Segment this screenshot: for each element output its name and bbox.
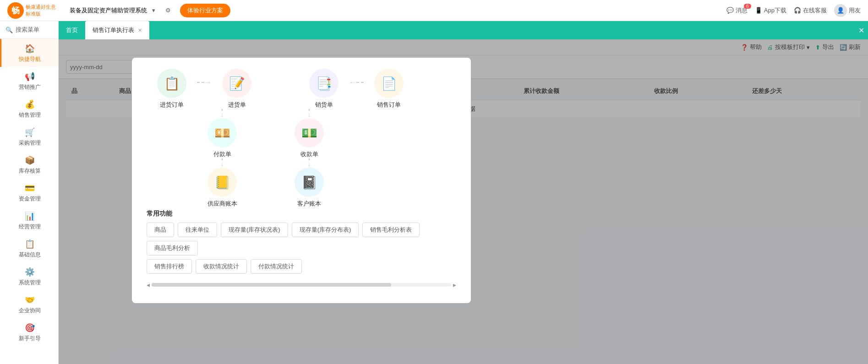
wf-node-xiaohuo-dan: 📑 销货单 xyxy=(299,69,349,109)
cf-buttons: 商品 往来单位 现存量(库存状况表) 现存量(库存分布表) 销售毛利分析表 商品… xyxy=(147,223,456,255)
sidebar: 🔍 搜索菜单 🏠 快捷导航 📢 营销推广 💰 销售管理 🛒 采购管理 📦 xyxy=(0,21,59,364)
sidebar-item-system[interactable]: ⚙️ 系统管理 xyxy=(0,262,58,290)
scrollbar-track[interactable] xyxy=(152,283,451,287)
cf-btn-sales-margin[interactable]: 销售毛利分析表 xyxy=(362,223,420,237)
settings-icon[interactable]: ⚙ xyxy=(162,4,175,17)
headset-icon: 🎧 xyxy=(794,7,801,14)
phone-icon: 📱 xyxy=(755,7,762,14)
search-icon: 🔍 xyxy=(5,27,13,33)
close-all-tabs[interactable]: ✕ xyxy=(858,26,864,35)
main-content: ❓ 帮助 🖨 按模板打印 ▾ ⬆ 导出 🔄 刷新 xyxy=(59,39,868,364)
sidebar-item-label: 企业协同 xyxy=(19,307,41,315)
wf-node-kehu: 📓 客户账本 xyxy=(284,168,334,208)
app-download-item[interactable]: 📱 App下载 xyxy=(755,6,786,15)
tab-home[interactable]: 首页 xyxy=(59,21,85,39)
sidebar-item-label: 经营管理 xyxy=(19,223,41,231)
workflow-diagram: 📋 进货订单 → 📝 xyxy=(147,69,456,208)
basicinfo-icon: 📋 xyxy=(25,239,35,249)
sidebar-item-finance[interactable]: 💳 资金管理 xyxy=(0,179,58,206)
workflow-row1: 📋 进货订单 → 📝 xyxy=(147,69,456,109)
scroll-left-arrow[interactable]: ◂ xyxy=(147,281,150,288)
content-area: 首页 销售订单执行表 ✕ ✕ ❓ 帮助 🖨 xyxy=(59,21,868,364)
wf-label-jinhuo-dan: 进货单 xyxy=(228,101,246,109)
cf-btn-payment-stats[interactable]: 付款情况统计 xyxy=(251,259,302,274)
sidebar-item-purchase[interactable]: 🛒 采购管理 xyxy=(0,123,58,151)
sidebar-item-sales[interactable]: 💰 销售管理 xyxy=(0,95,58,123)
sidebar-item-label: 基础信息 xyxy=(19,251,41,259)
wf-circle-gongyingshang: 📒 xyxy=(207,168,237,197)
wf-circle-jinhuo-order: 📋 xyxy=(157,69,186,98)
app-wrapper: 畅 畅康通好生意 标准版 装备及固定资产辅助管理系统 ▾ ⚙ 体验行业方案 💬 … xyxy=(0,0,868,364)
online-service-item[interactable]: 🎧 在线客服 xyxy=(794,6,827,15)
user-item[interactable]: 👤 用友 xyxy=(834,4,861,17)
newbie-icon: 🎯 xyxy=(25,323,35,333)
scrollbar-thumb xyxy=(152,283,391,287)
cf-buttons-row2: 销售排行榜 收款情况统计 付款情况统计 xyxy=(147,259,456,274)
wf-arrow-left1: ← xyxy=(349,78,364,87)
wf-node-jinhuo-order: 📋 进货订单 xyxy=(147,69,197,109)
modal: 📋 进货订单 → 📝 xyxy=(132,58,471,303)
logo-icon: 畅 xyxy=(7,2,24,19)
cf-btn-partner[interactable]: 往来单位 xyxy=(178,223,217,237)
sidebar-item-marketing[interactable]: 📢 营销推广 xyxy=(0,67,58,95)
scrollbar-arrows: ◂ ▸ xyxy=(147,281,456,288)
workflow-row2: ↓ ↓ xyxy=(147,109,456,118)
cf-btn-receipt-stats[interactable]: 收款情况统计 xyxy=(196,259,247,274)
modal-overlay: 📋 进货订单 → 📝 xyxy=(59,39,868,364)
sales-icon: 💰 xyxy=(25,99,35,109)
wf-down1: ↓ xyxy=(197,109,247,118)
message-icon: 💬 xyxy=(726,7,734,14)
dropdown-icon[interactable]: ▾ xyxy=(149,6,158,15)
message-item[interactable]: 💬 消息 6 xyxy=(726,6,748,15)
online-service-label: 在线客服 xyxy=(803,6,827,15)
app-download-label: App下载 xyxy=(764,6,786,15)
cf-btn-stock-dist[interactable]: 现存量(库存分布表) xyxy=(292,223,359,237)
tab-sales-order-label: 销售订单执行表 xyxy=(93,26,134,34)
sidebar-item-label: 库存核算 xyxy=(19,167,41,175)
sidebar-item-label: 营销推广 xyxy=(19,83,41,91)
workflow-row4: ↓ ↓ xyxy=(147,158,456,168)
wf-down4: ↓ xyxy=(284,158,334,168)
sidebar-item-label: 新手引导 xyxy=(19,335,41,342)
tab-home-label: 首页 xyxy=(66,26,78,34)
sidebar-item-label: 快捷导航 xyxy=(19,55,41,63)
experience-button[interactable]: 体验行业方案 xyxy=(180,4,230,17)
modal-scrollbar: ◂ ▸ xyxy=(147,281,456,288)
tab-close-icon[interactable]: ✕ xyxy=(138,27,142,33)
scroll-right-arrow[interactable]: ▸ xyxy=(453,281,456,288)
wf-node-xiaoshou-order: 📄 销售订单 xyxy=(364,69,414,109)
sidebar-item-label: 销售管理 xyxy=(19,111,41,119)
sidebar-item-management[interactable]: 📊 经营管理 xyxy=(0,206,58,234)
wf-circle-fukuan: 💴 xyxy=(207,118,237,147)
sidebar-item-collab[interactable]: 🤝 企业协同 xyxy=(0,290,58,318)
cf-btn-stock-status[interactable]: 现存量(库存状况表) xyxy=(221,223,288,237)
cf-title: 常用功能 xyxy=(147,210,456,218)
cf-btn-product-margin[interactable]: 商品毛利分析 xyxy=(147,241,198,255)
logo-area: 畅 畅康通好生意 标准版 xyxy=(7,2,66,19)
sidebar-item-basic-info[interactable]: 📋 基础信息 xyxy=(0,234,58,262)
inventory-icon: 📦 xyxy=(25,155,35,165)
wf-circle-shoukuan: 💵 xyxy=(295,118,324,147)
wf-down2: ↓ xyxy=(284,109,334,118)
sidebar-item-label: 资金管理 xyxy=(19,195,41,203)
sidebar-item-quicknav[interactable]: 🏠 快捷导航 xyxy=(0,39,58,67)
system-icon: ⚙️ xyxy=(25,267,35,277)
common-functions: 常用功能 商品 往来单位 现存量(库存状况表) 现存量(库存分布表) 销售毛利分… xyxy=(147,210,456,274)
sidebar-item-newbie[interactable]: 🎯 新手引导 xyxy=(0,318,58,346)
search-menu[interactable]: 🔍 搜索菜单 xyxy=(0,21,58,39)
tab-sales-order[interactable]: 销售订单执行表 ✕ xyxy=(85,21,149,39)
search-menu-label: 搜索菜单 xyxy=(16,26,39,34)
cf-btn-product[interactable]: 商品 xyxy=(147,223,174,237)
sidebar-item-label: 系统管理 xyxy=(19,279,41,287)
cf-btn-sales-rank[interactable]: 销售排行榜 xyxy=(147,259,192,274)
message-badge: 6 xyxy=(744,4,751,9)
sidebar-item-inventory[interactable]: 📦 库存核算 xyxy=(0,151,58,179)
wf-label-xiaoshou-order: 销售订单 xyxy=(377,101,401,109)
wf-circle-jinhuo-dan: 📝 xyxy=(222,69,251,98)
logo-text: 畅康通好生意 标准版 xyxy=(26,4,56,17)
collab-icon: 🤝 xyxy=(25,295,35,305)
wf-node-jinhuo-dan: 📝 进货单 xyxy=(212,69,262,109)
wf-label-jinhuo-order: 进货订单 xyxy=(160,101,184,109)
home-icon: 🏠 xyxy=(25,43,35,54)
workflow-row5: 📒 供应商账本 📓 客户账本 xyxy=(147,168,456,208)
